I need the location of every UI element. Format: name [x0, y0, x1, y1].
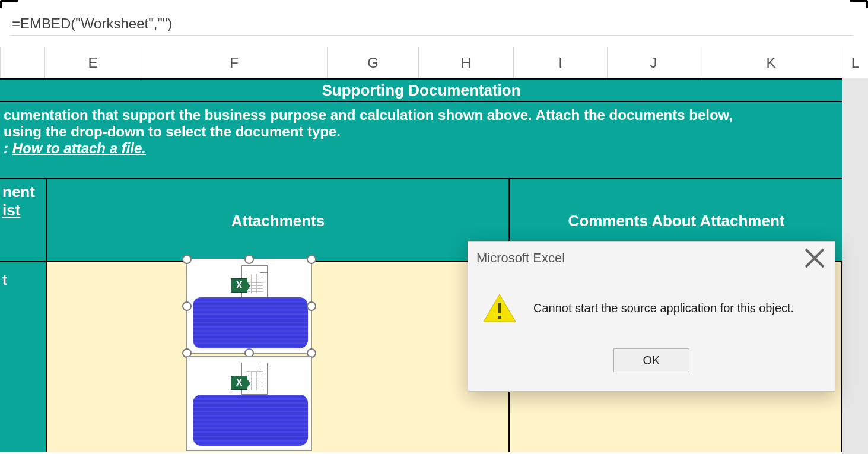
svg-rect-1: [498, 303, 501, 313]
svg-rect-2: [498, 316, 501, 319]
excel-file-icon: X: [231, 265, 268, 297]
doctype-frag2: ist: [2, 201, 43, 220]
instructions-row: cumentation that support the business pu…: [0, 102, 842, 179]
embedded-worksheet-object[interactable]: X: [186, 259, 312, 354]
column-header-K[interactable]: K: [700, 47, 842, 78]
column-header-F[interactable]: F: [141, 47, 328, 78]
attachments-label: Attachments: [231, 212, 325, 230]
column-header-L[interactable]: L: [842, 47, 868, 78]
dialog-message: Cannot start the source application for …: [533, 301, 794, 315]
column-header-row: E F G H I J K L: [0, 47, 868, 78]
warning-icon: [482, 293, 517, 323]
error-dialog: Microsoft Excel Cannot start the source …: [468, 241, 835, 392]
corner-bracket: [0, 0, 18, 8]
how-to-attach-link[interactable]: How to attach a file.: [12, 140, 146, 156]
doctype-cell[interactable]: t: [0, 262, 47, 357]
ok-label: OK: [643, 354, 660, 367]
column-header-H[interactable]: H: [419, 47, 514, 78]
instructions-line1: cumentation that support the business pu…: [4, 107, 839, 123]
doctype-cell[interactable]: [0, 357, 47, 452]
column-header-gutter[interactable]: [0, 47, 45, 78]
column-header-E[interactable]: E: [45, 47, 141, 78]
doctype-frag1: nent: [2, 183, 43, 201]
sheet-unused-area: [842, 78, 868, 454]
doctype-frag: t: [2, 272, 7, 288]
section-title: Supporting Documentation: [0, 78, 842, 102]
redaction-mark: [193, 395, 308, 446]
table-header-doctype: nent ist: [0, 179, 47, 262]
dialog-titlebar[interactable]: Microsoft Excel: [468, 242, 835, 275]
column-header-G[interactable]: G: [328, 47, 419, 78]
instructions-line3-prefix: :: [4, 140, 12, 156]
dialog-title: Microsoft Excel: [476, 250, 565, 266]
embedded-worksheet-object[interactable]: X: [186, 356, 312, 451]
close-icon[interactable]: [803, 246, 826, 270]
corner-bracket: [850, 0, 868, 8]
table-header-attachments: Attachments: [47, 179, 510, 262]
excel-badge-icon: X: [231, 376, 247, 390]
ok-button[interactable]: OK: [613, 348, 689, 372]
formula-bar-text: =EMBED("Worksheet",""): [11, 15, 172, 32]
window-top-edge: [0, 0, 868, 12]
redaction-mark: [193, 297, 308, 348]
excel-file-icon: X: [231, 363, 268, 395]
comments-label: Comments About Attachment: [568, 212, 785, 230]
column-header-I[interactable]: I: [514, 47, 608, 78]
instructions-line3: : How to attach a file.: [4, 140, 839, 157]
column-header-J[interactable]: J: [608, 47, 700, 78]
excel-badge-icon: X: [231, 278, 247, 293]
instructions-line2: using the drop-down to select the docume…: [4, 123, 839, 140]
section-title-text: Supporting Documentation: [322, 81, 520, 100]
formula-bar[interactable]: =EMBED("Worksheet",""): [11, 12, 853, 36]
